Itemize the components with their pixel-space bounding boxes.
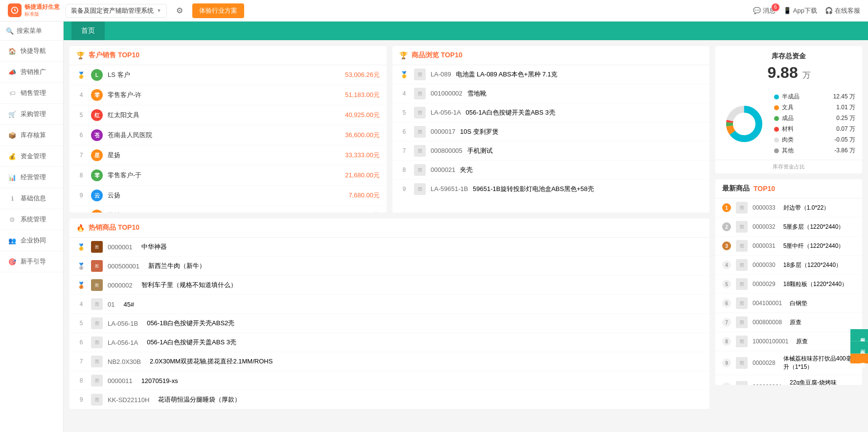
legend-item: 材料 0.07 万: [774, 125, 855, 133]
table-row: 🥇 L LS 客户 53,006.26元: [69, 65, 387, 85]
app-download-button[interactable]: 📱 App下载: [783, 6, 817, 15]
rank-badge: 4: [722, 261, 731, 269]
avatar: 云: [91, 190, 103, 201]
product-info: LA-089 电池盖 LA-089 ABS本色+黑种 7.1克: [431, 70, 703, 79]
sidebar-item-label: 新手引导: [21, 257, 46, 266]
product-image: 图: [736, 297, 748, 309]
sidebar-item-quicknav[interactable]: 🏠 快捷导航: [0, 41, 63, 62]
sidebar-item-marketing[interactable]: 📣 营销推广: [0, 62, 63, 83]
sidebar-item-purchase[interactable]: 🛒 采购管理: [0, 104, 63, 125]
list-item: 8 图 10000100001 原查: [715, 332, 862, 351]
sidebar-item-label: 销售管理: [21, 89, 46, 97]
inventory-card: 库存总资金 9.88 万: [715, 46, 862, 173]
sidebar-item-finance[interactable]: 💰 资金管理: [0, 146, 63, 167]
inventory-label: 库存总资金: [721, 52, 856, 61]
tab-home[interactable]: 首页: [71, 22, 105, 40]
customer-sales-title: 🏆: [76, 51, 85, 59]
product-code: KK-SD22110H: [108, 396, 149, 404]
product-name: 智利车子里（规格不知道填什么）: [141, 281, 237, 289]
product-image: 图: [414, 164, 426, 176]
customer-name: 红太阳文具: [108, 111, 340, 120]
online-service-button[interactable]: 🎧 在线客服: [825, 6, 860, 15]
rank-badge: 6: [722, 299, 731, 308]
top-row: 🏆 客户销售 TOP10 🥇 L LS 客户 53,006.26元: [69, 46, 709, 213]
product-image: 图: [736, 202, 748, 214]
product-code: 0000002: [108, 282, 133, 289]
rank-badge: 5: [722, 280, 731, 288]
customer-name: 苍南县人民医院: [108, 131, 340, 140]
rank-num: 9: [76, 396, 86, 403]
product-code: LA-056-1A: [108, 339, 138, 346]
sidebar-item-label: 基础信息: [21, 194, 46, 203]
rank-num: 5: [76, 112, 86, 119]
product-info: LA-59651-1B 59651-1B旋转投影灯电池盒ABS黑色+58壳: [431, 185, 703, 193]
product-code: 0000032: [753, 223, 776, 230]
message-button[interactable]: 💬 消息 6: [753, 6, 776, 15]
sidebar-item-newbie[interactable]: 🎯 新手引导: [0, 251, 63, 272]
sidebar-item-basic-info[interactable]: ℹ 基础信息: [0, 188, 63, 209]
product-image: 图: [736, 221, 748, 233]
system-selector[interactable]: 装备及固定资产辅助管理系统 ▼: [66, 4, 167, 18]
customer-sales-card: 🏆 客户销售 TOP10 🥇 L LS 客户 53,006.26元: [69, 46, 387, 213]
product-info: 0000017 10S 变刹罗煲: [431, 127, 703, 136]
sidebar-item-label: 快捷导航: [21, 47, 46, 55]
product-image: 图: [91, 336, 103, 348]
product-name: 056-1A白色按键开关盖ABS 3壳: [466, 109, 555, 116]
customer-amount: 40,925.00元: [345, 111, 380, 120]
product-name: 10S 变刹罗煲: [460, 128, 499, 135]
sidebar-item-label: 资金管理: [21, 152, 46, 161]
avatar: 零: [91, 89, 103, 101]
product-code: LA-056-1A: [431, 109, 461, 116]
product-name: 5厘中纤（1220*2440）: [783, 242, 845, 250]
product-name: 原查: [790, 318, 801, 327]
customer-name: 零售客户-许: [108, 91, 340, 99]
product-name: 中华神器: [141, 242, 167, 251]
inventory-footer: 库存资金占比: [715, 160, 862, 173]
product-code: 0000031: [753, 242, 776, 249]
legend-dot: [774, 116, 779, 121]
rank-badge: 2: [722, 222, 731, 231]
service-label: 在线客服: [835, 6, 860, 15]
customer-name: 星扬: [108, 151, 340, 160]
product-image: 图: [91, 375, 103, 386]
logo-icon: [8, 3, 22, 17]
customer-amount: 36,600.00元: [345, 131, 380, 140]
product-image: 图: [414, 107, 426, 119]
product-name: 18颗粒板（1220*2440）: [783, 280, 847, 288]
product-image: 图: [414, 183, 426, 195]
rank-badge: 1: [722, 203, 731, 212]
search-menu-button[interactable]: 🔍 搜索菜单: [6, 26, 57, 35]
latest-title: 最新商品: [722, 184, 750, 193]
sidebar-item-enterprise[interactable]: 👥 企业协同: [0, 230, 63, 251]
live-button[interactable]: 直播: [850, 354, 868, 363]
hot-products-card: 🔥 热销商品 TOP10 🥇 图 0000001 中华神器 🥈 图: [69, 218, 709, 409]
sidebar-search[interactable]: 🔍 搜索菜单: [0, 22, 63, 41]
customer-table: 🥇 L LS 客户 53,006.26元 4 零 零售客户-许 51,183.0…: [69, 65, 387, 213]
sidebar-item-inventory[interactable]: 📦 库存核算: [0, 125, 63, 146]
product-code: LA-056-1B: [108, 320, 138, 327]
search-icon: 🔍: [6, 27, 14, 35]
trial-button[interactable]: 体验行业方案: [192, 3, 244, 18]
customer-service-button[interactable]: 客服热线: [850, 329, 868, 341]
product-browse-card: 🏆 商品浏览 TOP10 🥇 图 LA-089 电池盖 LA-089 ABS本色…: [392, 46, 709, 213]
table-row: 5 图 LA-056-1B 056-1B白色按键开关壳ABS2壳: [69, 314, 709, 333]
list-item: 5 图 0000029 18颗粒板（1220*2440）: [715, 275, 862, 294]
table-row: 🥇 图 0000001 中华神器: [69, 238, 709, 257]
sidebar-item-sales[interactable]: 🏷 销售管理: [0, 83, 63, 104]
product-name: 18多层（1220*2440）: [783, 261, 842, 269]
product-image: 图: [736, 357, 748, 369]
list-item: 10 图 003800001 22g鱼豆腐-烧烤味（1*12*20）: [715, 375, 862, 385]
table-row: 7 星 星扬 33,333.00元: [69, 145, 387, 166]
customer-amount: 51,183.00元: [345, 91, 380, 99]
product-image: 图: [91, 279, 103, 291]
rank-num: 9: [76, 192, 86, 199]
mobile-icon: 📱: [783, 7, 791, 14]
sidebar-item-system[interactable]: ⚙ 系统管理: [0, 209, 63, 230]
page-content: 🏆 客户销售 TOP10 🥇 L LS 客户 53,006.26元: [64, 40, 868, 432]
gear-icon[interactable]: ⚙: [173, 4, 186, 18]
customer-sales-header: 🏆 客户销售 TOP10: [69, 46, 387, 65]
product-info: 000800005 手机测试: [431, 146, 703, 155]
sidebar-item-operations[interactable]: 📊 经营管理: [0, 167, 63, 188]
chevron-down-icon: ▼: [157, 8, 161, 13]
service-community-button[interactable]: 服务社区: [850, 341, 868, 354]
